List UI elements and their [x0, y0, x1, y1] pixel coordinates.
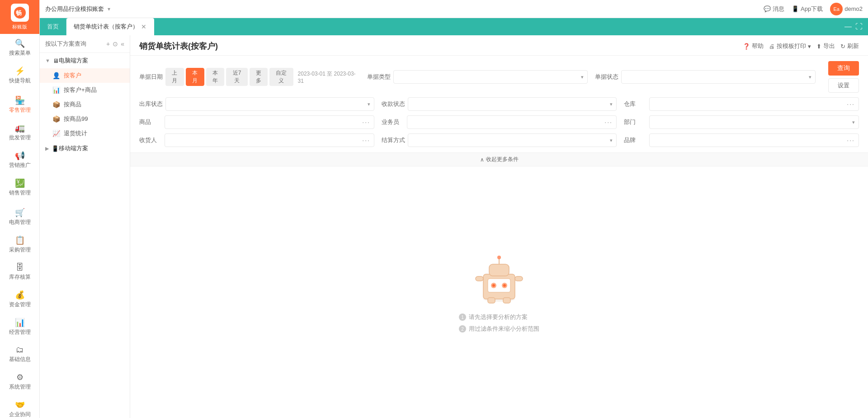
- mobile-section-label: 移动端方案: [59, 144, 88, 152]
- refresh-label: 刷新: [847, 42, 859, 50]
- by-customer-goods-icon: 📊: [52, 86, 60, 94]
- sidebar-item-inventory[interactable]: 🗄 库存核算: [0, 258, 40, 285]
- mobile-scheme-section: ▶ 📱 移动端方案: [40, 141, 130, 156]
- date-btn-last-month[interactable]: 上月: [165, 68, 184, 86]
- filter-recipient-item: 收货人 ···: [139, 133, 374, 147]
- date-btn-custom[interactable]: 自定义: [269, 68, 293, 86]
- help-button[interactable]: ❓ 帮助: [743, 42, 764, 50]
- topbar-dropdown-icon[interactable]: ▾: [108, 6, 110, 12]
- date-btn-last7[interactable]: 近7天: [226, 68, 247, 86]
- filter-receive-state-label: 收款状态: [382, 100, 405, 108]
- svg-point-11: [497, 256, 501, 259]
- tab-home[interactable]: 首页: [40, 18, 66, 35]
- sidebar-system-label: 系统管理: [9, 383, 31, 391]
- tip-text-2: 用过滤条件来缩小分析范围: [469, 325, 539, 333]
- receive-state-select[interactable]: ▾: [408, 97, 617, 111]
- warehouse-dots: ···: [847, 100, 855, 108]
- sidebar-item-enterprise[interactable]: 🤝 企业协同: [0, 395, 40, 418]
- shortcut-icon: ⚡: [15, 66, 25, 76]
- app-download-button[interactable]: 📱 App下载: [792, 5, 823, 13]
- scheme-item-by-goods[interactable]: 📦 按商品: [40, 97, 130, 112]
- tab-close-button[interactable]: ✕: [141, 24, 146, 30]
- collapse-bar[interactable]: ∧ 收起更多条件: [130, 153, 868, 166]
- filter-warehouse-label: 仓库: [624, 100, 646, 108]
- empty-tip-1: 1 请先选择要分析的方案: [459, 313, 539, 321]
- export-icon: ⬆: [816, 43, 821, 50]
- scheme-collapse-button[interactable]: «: [121, 40, 124, 48]
- setting-button[interactable]: 设置: [828, 78, 859, 93]
- scheme-item-return-stats[interactable]: 📈 退货统计: [40, 126, 130, 141]
- svg-point-7: [492, 284, 495, 287]
- refresh-icon: ↻: [840, 43, 845, 50]
- department-select[interactable]: ▾: [649, 115, 859, 129]
- filter-bill-type-item: 单据类型 ▾: [367, 70, 588, 84]
- message-button[interactable]: 💬 消息: [764, 5, 784, 13]
- scheme-item-by-customer[interactable]: 👤 按客户: [40, 68, 130, 83]
- bill-type-select[interactable]: ▾: [393, 70, 588, 84]
- app-logo[interactable]: 畅 标账版: [0, 0, 40, 34]
- retail-icon: 🏪: [15, 95, 25, 105]
- sidebar-item-ecommerce[interactable]: 🛒 电商管理: [0, 203, 40, 231]
- recipient-select[interactable]: ···: [165, 133, 374, 147]
- brand-select[interactable]: ···: [649, 133, 859, 147]
- settle-select[interactable]: ▾: [408, 133, 617, 147]
- sidebar-item-finance[interactable]: 💰 资金管理: [0, 285, 40, 313]
- filter-goods-label: 商品: [139, 118, 162, 126]
- filter-row-1: 单据日期 上月 本月 本年 近7天 更多 自定义 2023-03-01 至 20…: [139, 61, 859, 93]
- scheme-item-by-customer-goods[interactable]: 📊 按客户+商品: [40, 83, 130, 97]
- basic-icon: 🗂: [16, 345, 24, 355]
- sidebar-item-system[interactable]: ⚙ 系统管理: [0, 368, 40, 395]
- scheme-item-by-goods99[interactable]: 📦 按商品99: [40, 112, 130, 126]
- date-buttons: 上月 本月 本年 近7天 更多 自定义: [165, 68, 293, 86]
- query-button[interactable]: 查询: [828, 61, 859, 76]
- desktop-section-title[interactable]: ▼ 🖥 电脑端方案: [40, 53, 130, 68]
- warehouse-select[interactable]: ···: [649, 97, 859, 111]
- sidebar-finance-label: 资金管理: [9, 301, 31, 309]
- date-btn-this-year[interactable]: 本年: [206, 68, 225, 86]
- scheme-settings-button[interactable]: ⊙: [113, 40, 118, 48]
- sidebar-item-operation[interactable]: 📊 经营管理: [0, 313, 40, 341]
- desktop-section-arrow: ▼: [45, 58, 50, 63]
- by-goods99-icon: 📦: [52, 115, 60, 123]
- download-icon: 📱: [792, 5, 799, 12]
- window-maximize-button[interactable]: ⛶: [855, 23, 863, 31]
- app-download-label: App下载: [801, 5, 823, 13]
- sidebar-enterprise-label: 企业协同: [9, 411, 31, 418]
- refresh-button[interactable]: ↻ 刷新: [840, 42, 859, 50]
- mobile-section-icon: 📱: [52, 145, 59, 152]
- sidebar-item-shortcut[interactable]: ⚡ 快捷导航: [0, 62, 40, 89]
- date-filter-control: 上月 本月 本年 近7天 更多 自定义 2023-03-01 至 2023-03…: [165, 68, 360, 86]
- by-goods-icon: 📦: [52, 101, 60, 108]
- sidebar-item-marketing[interactable]: 📢 营销推广: [0, 146, 40, 174]
- scheme-add-button[interactable]: +: [106, 40, 110, 48]
- out-state-select[interactable]: ▾: [165, 97, 374, 111]
- sidebar-item-search[interactable]: 🔍 搜索菜单: [0, 34, 40, 62]
- date-btn-this-month[interactable]: 本月: [186, 68, 204, 86]
- tab-sales-stats[interactable]: 销货单统计表（按客户） ✕: [66, 18, 154, 35]
- window-minimize-button[interactable]: —: [844, 23, 852, 31]
- sales-icon: 💹: [15, 178, 25, 188]
- bill-state-select[interactable]: ▾: [621, 70, 816, 84]
- help-label: 帮助: [752, 42, 764, 50]
- receive-state-arrow: ▾: [610, 101, 613, 107]
- salesman-select[interactable]: ···: [407, 115, 617, 129]
- date-btn-more[interactable]: 更多: [250, 68, 268, 86]
- desktop-scheme-section: ▼ 🖥 电脑端方案 👤 按客户 📊 按客户+商品 📦 按商品 📦: [40, 53, 130, 141]
- mobile-section-title[interactable]: ▶ 📱 移动端方案: [40, 141, 130, 156]
- sidebar-item-wholesale[interactable]: 🚛 批发管理: [0, 119, 40, 146]
- sidebar-item-purchase[interactable]: 📋 采购管理: [0, 231, 40, 258]
- export-button[interactable]: ⬆ 导出: [816, 42, 835, 50]
- user-profile[interactable]: Ea demo2: [830, 3, 863, 15]
- svg-text:畅: 畅: [16, 10, 22, 16]
- sidebar-item-sales[interactable]: 💹 销售管理: [0, 174, 40, 201]
- template-print-button[interactable]: 🖨 按模板打印 ▾: [769, 42, 811, 50]
- sidebar-item-basic[interactable]: 🗂 基础信息: [0, 341, 40, 368]
- sidebar-ecommerce-label: 电商管理: [9, 218, 31, 226]
- filter-salesman-item: 业务员 ···: [382, 115, 617, 129]
- sidebar-item-retail[interactable]: 🏪 零售管理: [0, 91, 40, 119]
- return-stats-icon: 📈: [52, 130, 60, 137]
- inventory-icon: 🗄: [16, 263, 24, 272]
- query-action-col: 查询 设置: [828, 61, 859, 93]
- goods-select[interactable]: ···: [165, 115, 374, 129]
- svg-rect-9: [489, 264, 509, 276]
